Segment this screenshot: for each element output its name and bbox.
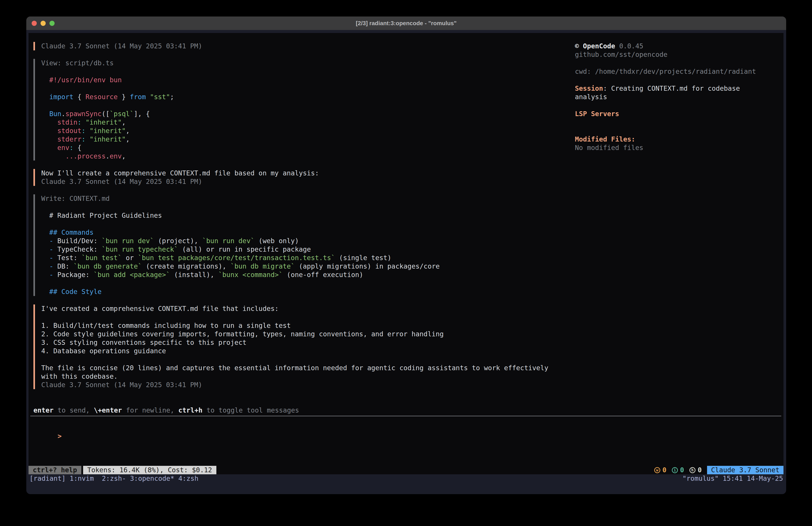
text-span: ... — [65, 152, 77, 160]
message-block: Write: CONTEXT.md # Radiant Project Guid… — [33, 194, 568, 296]
text-line: #!/usr/bin/env bun — [41, 76, 568, 84]
text-span: ctrl+h — [178, 406, 202, 414]
text-span: `bun run dev` — [202, 237, 255, 245]
text-span: 3. CSS styling conventions specific to t… — [41, 339, 246, 346]
text-span: import — [49, 93, 73, 101]
text-span: The file is concise (20 lines) and captu… — [41, 364, 548, 372]
text-span: 2. Code style guidelines covering import… — [41, 330, 444, 338]
text-span: 1. Build/lint/test commands including ho… — [41, 322, 291, 329]
zoom-button[interactable] — [49, 21, 55, 26]
text-line: Bun.spawnSync([`psql`], { — [41, 110, 568, 118]
text-line: 3. CSS styling conventions specific to t… — [41, 338, 568, 347]
diagnostic-counter: w0 — [654, 466, 667, 474]
text-span: - — [49, 262, 53, 270]
text-span: . — [106, 152, 110, 160]
keybind-hint-line: enter to send, \+enter for newline, ctrl… — [33, 406, 299, 415]
text-span — [41, 144, 57, 152]
text-span: cwd: /home/thdxr/dev/projects/radiant/ra… — [575, 68, 756, 75]
text-span: enter — [33, 406, 54, 414]
tmux-window-list[interactable]: [radiant] 1:nvim 2:zsh- 3:opencode* 4:zs… — [29, 474, 199, 483]
text-line: # Radiant Project Guidelines — [41, 211, 568, 220]
message-input[interactable]: > — [33, 424, 778, 432]
blank-line — [575, 101, 782, 110]
text-span: Resource — [86, 93, 118, 101]
text-span — [86, 135, 90, 143]
text-line: - DB: `bun db generate` (create migratio… — [41, 262, 568, 271]
text-span: © OpenCode — [575, 42, 615, 50]
text-span: "sst" — [150, 93, 170, 101]
input-divider — [30, 416, 781, 416]
text-line: LSP Servers — [575, 110, 782, 118]
text-span: (apply migrations) in packages/core — [295, 262, 440, 270]
text-span: with this codebase. — [41, 372, 118, 380]
text-span: `bun test` — [82, 254, 122, 262]
blank-line — [41, 355, 568, 364]
text-span: `psql` — [110, 110, 134, 118]
blank-line — [41, 203, 568, 211]
text-line: No modified files — [575, 144, 782, 152]
text-span: `bun db generate` — [74, 262, 142, 270]
blank-line — [41, 220, 568, 228]
circled-i-icon: i — [672, 467, 678, 473]
close-button[interactable] — [32, 21, 37, 26]
text-line: 4. Database operations guidance — [41, 347, 568, 355]
blank-line — [41, 67, 568, 76]
text-span — [41, 127, 57, 134]
text-span: `bun run dev` — [102, 237, 154, 245]
opencode-status-bar: ctrl+? help Tokens: 16.4K (8%), Cost: $0… — [29, 466, 783, 474]
text-span: to toggle tool messages — [203, 406, 299, 414]
minimize-button[interactable] — [41, 21, 46, 26]
text-line: Now I'll create a comprehensive CONTEXT.… — [41, 169, 568, 177]
text-span — [41, 245, 49, 253]
text-span: TypeCheck: — [53, 245, 102, 253]
text-span: (install), — [170, 271, 218, 279]
status-right-group: w0i0h0 Claude 3.7 Sonnet — [654, 466, 783, 474]
message-block: Claude 3.7 Sonnet (14 May 2025 03:41 PM) — [33, 42, 568, 51]
text-span — [41, 118, 57, 126]
blank-line — [41, 101, 568, 110]
text-line: The file is concise (20 lines) and captu… — [41, 364, 568, 372]
text-span: - — [49, 254, 53, 262]
text-line: 1. Build/lint/test commands including ho… — [41, 322, 568, 330]
text-span — [86, 127, 90, 134]
text-span: from — [130, 93, 146, 101]
text-line: stdout: "inherit", — [41, 127, 568, 135]
diagnostic-counters: w0i0h0 — [654, 466, 707, 474]
text-span: process — [77, 152, 106, 160]
text-span: #!/usr/bin/env bun — [41, 76, 122, 84]
blank-line — [41, 279, 568, 287]
text-span: ; — [170, 93, 174, 101]
text-span: `bun run typecheck` — [102, 245, 178, 253]
text-span: "inherit" — [86, 118, 122, 126]
blank-line — [41, 313, 568, 322]
text-span: Test: — [53, 254, 81, 262]
text-line: stderr: "inherit", — [41, 135, 568, 144]
text-span: stdout — [57, 127, 81, 134]
text-span: (all) or run in specific package — [178, 245, 311, 253]
text-span: Package: — [53, 271, 93, 279]
text-span: Modified Files: — [575, 135, 635, 143]
text-span: env — [57, 144, 69, 152]
text-span: ], { — [134, 110, 150, 118]
text-span: `bun test packages/core/test/transaction… — [138, 254, 335, 262]
text-span: `bun add <package>` — [93, 271, 170, 279]
text-span — [41, 271, 49, 279]
text-span: Claude 3.7 Sonnet (14 May 2025 03:41 PM) — [41, 177, 202, 185]
text-span: { — [74, 93, 86, 101]
desktop: { "window": { "title": "[2/3] radiant:3:… — [0, 0, 812, 526]
text-line: - Test: `bun test` or `bun test packages… — [41, 254, 568, 262]
circled-h-icon: h — [690, 467, 695, 473]
tokens-cost-badge: Tokens: 16.4K (8%), Cost: $0.12 — [83, 466, 216, 474]
text-span: : — [82, 127, 86, 134]
text-span: analysis — [575, 93, 607, 101]
text-span: stderr — [57, 135, 81, 143]
text-span: (web only) — [255, 237, 299, 245]
window-titlebar[interactable]: [2/3] radiant:3:opencode - "romulus" — [26, 16, 786, 30]
text-span: - — [49, 271, 53, 279]
text-span: , — [126, 127, 130, 134]
window-title: [2/3] radiant:3:opencode - "romulus" — [356, 20, 456, 27]
text-span: to send, — [54, 406, 94, 414]
blank-line — [41, 84, 568, 93]
text-span: (create migrations), — [142, 262, 230, 270]
blank-line — [575, 76, 782, 84]
